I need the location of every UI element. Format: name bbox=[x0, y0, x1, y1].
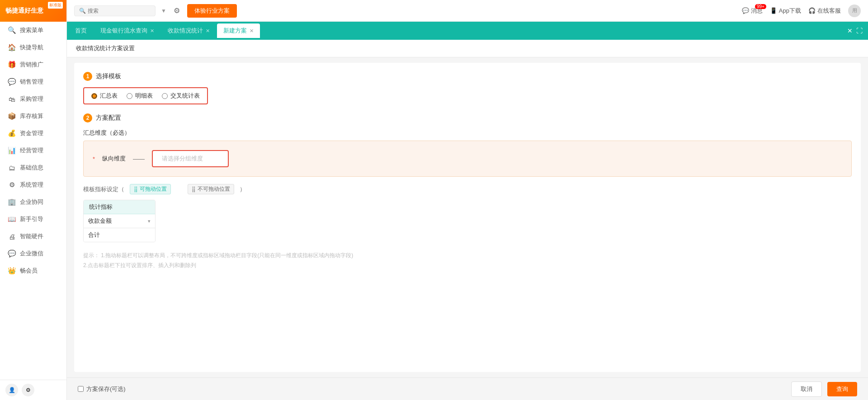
section2-title: 方案配置 bbox=[96, 114, 121, 122]
sidebar-item-vip[interactable]: 👑 畅会员 bbox=[0, 262, 66, 279]
user-avatar[interactable]: 用 bbox=[848, 5, 861, 17]
radio-summary-input[interactable] bbox=[91, 93, 97, 99]
search-input[interactable] bbox=[88, 8, 151, 14]
radio-detail-input[interactable] bbox=[127, 93, 132, 99]
section1-header: 1 选择模板 bbox=[83, 72, 852, 81]
printer-icon: 🖨 bbox=[7, 233, 16, 240]
sidebar-user-avatar[interactable]: 👤 bbox=[5, 384, 18, 396]
main-area: 🔍 ▼ ⚙ 体验行业方案 💬 消息 99+ 📱 App下载 🎧 在线客服 用 bbox=[67, 0, 868, 400]
chevron-down-icon[interactable]: ▾ bbox=[148, 218, 151, 224]
sidebar-item-capital[interactable]: 💰 资金管理 bbox=[0, 125, 66, 142]
section1-title: 选择模板 bbox=[96, 72, 121, 80]
radio-detail[interactable]: 明细表 bbox=[127, 92, 153, 100]
sidebar-item-label: 库存核算 bbox=[20, 112, 43, 120]
message-badge: 99+ bbox=[755, 4, 766, 9]
crown-icon: 👑 bbox=[7, 267, 16, 275]
sidebar-item-sales[interactable]: 💬 销售管理 bbox=[0, 73, 66, 90]
metrics-close: ） bbox=[240, 185, 245, 193]
tab-new-plan-label: 新建方案 bbox=[223, 27, 247, 35]
sidebar-item-label: 采购管理 bbox=[20, 95, 43, 103]
radio-summary-label[interactable]: 汇总表 bbox=[100, 92, 118, 100]
sidebar-item-inventory[interactable]: 📦 库存核算 bbox=[0, 108, 66, 125]
sidebar-item-label: 基础信息 bbox=[20, 164, 43, 172]
logo-badge: 标准版 bbox=[48, 2, 63, 9]
window-close-icon[interactable]: ✕ bbox=[847, 27, 853, 34]
search-box[interactable]: 🔍 bbox=[74, 5, 156, 16]
window-maximize-icon[interactable]: ⛶ bbox=[856, 27, 863, 34]
save-checkbox[interactable] bbox=[78, 386, 84, 392]
sidebar-item-label: 企业微信 bbox=[20, 249, 43, 258]
nodrag-badge: ⣿ 不可拖动位置 bbox=[188, 184, 234, 194]
chart-icon: 📊 bbox=[7, 146, 16, 155]
online-service-btn[interactable]: 🎧 在线客服 bbox=[808, 7, 841, 15]
sidebar-settings-btn[interactable]: ⚙ bbox=[22, 384, 34, 396]
dimension-select[interactable]: 请选择分组维度 bbox=[152, 150, 229, 167]
sidebar-item-smart-hw[interactable]: 🖨 智能硬件 bbox=[0, 228, 66, 245]
headset-icon: 🎧 bbox=[808, 7, 816, 14]
radio-cross-label[interactable]: 交叉统计表 bbox=[170, 92, 200, 100]
sidebar-item-label: 经营管理 bbox=[20, 146, 43, 155]
dimension-group-label: 汇总维度（必选） bbox=[83, 129, 852, 137]
content-area: 收款情况统计方案设置 1 选择模板 汇总表 明细表 bbox=[67, 40, 868, 400]
footer-bar: 方案保存(可选) 取消 查询 bbox=[67, 377, 868, 400]
sidebar-item-purchase[interactable]: 🛍 采购管理 bbox=[0, 90, 66, 108]
radio-detail-label[interactable]: 明细表 bbox=[135, 92, 153, 100]
sidebar-item-corp-wechat[interactable]: 💬 企业微信 bbox=[0, 245, 66, 262]
book-icon: 📖 bbox=[7, 215, 16, 223]
online-service-label: 在线客服 bbox=[817, 7, 841, 15]
radio-summary[interactable]: 汇总表 bbox=[91, 92, 118, 100]
cancel-button[interactable]: 取消 bbox=[791, 381, 822, 397]
sidebar-logo: 畅捷通好生意 标准版 bbox=[0, 0, 66, 22]
topbar: 🔍 ▼ ⚙ 体验行业方案 💬 消息 99+ 📱 App下载 🎧 在线客服 用 bbox=[67, 0, 868, 22]
hint-1: 提示： 1.拖动标题栏可以调整布局，不可跨维度或指标区域拖动栏目字段(只能在同一… bbox=[83, 251, 852, 261]
tab-new-plan[interactable]: 新建方案 ✕ bbox=[217, 24, 260, 38]
stats-table: 统计指标 收款金额 ▾ 合计 bbox=[83, 200, 156, 242]
sidebar-item-quick-nav[interactable]: 🏠 快捷导航 bbox=[0, 39, 66, 56]
app-download-btn[interactable]: 📱 App下载 bbox=[770, 7, 801, 15]
message-btn[interactable]: 💬 消息 99+ bbox=[742, 7, 763, 15]
stats-col-header[interactable]: 收款金额 ▾ bbox=[84, 214, 155, 228]
radio-cross-input[interactable] bbox=[162, 93, 168, 99]
sidebar-item-label: 营销推广 bbox=[20, 61, 43, 69]
hints-area: 提示： 1.拖动标题栏可以调整布局，不可跨维度或指标区域拖动栏目字段(只能在同一… bbox=[83, 251, 852, 270]
trial-btn[interactable]: 体验行业方案 bbox=[187, 4, 237, 18]
tab-home-label: 首页 bbox=[75, 27, 87, 35]
radio-cross[interactable]: 交叉统计表 bbox=[162, 92, 200, 100]
logo-text: 畅捷通好生意 bbox=[5, 7, 43, 15]
sidebar-item-beginner[interactable]: 📖 新手引导 bbox=[0, 211, 66, 228]
topbar-right: 💬 消息 99+ 📱 App下载 🎧 在线客服 用 bbox=[742, 5, 861, 17]
tab-bank-flow[interactable]: 现金银行流水查询 ✕ bbox=[94, 24, 160, 38]
metrics-header-mid bbox=[176, 185, 182, 193]
nodrag-indicator: ⣿ bbox=[192, 186, 196, 193]
sidebar-item-corp-coop[interactable]: 🏢 企业协同 bbox=[0, 193, 66, 211]
dropdown-arrow-icon[interactable]: ▼ bbox=[161, 8, 166, 14]
gift-icon: 🎁 bbox=[7, 61, 16, 69]
vertical-dim-label: 纵向维度 bbox=[102, 155, 126, 163]
save-checkbox-text: 方案保存(可选) bbox=[86, 385, 126, 393]
money-icon: 💰 bbox=[7, 129, 16, 137]
sidebar-item-operation[interactable]: 📊 经营管理 bbox=[0, 142, 66, 159]
sidebar-item-label: 系统管理 bbox=[20, 181, 43, 189]
query-button[interactable]: 查询 bbox=[827, 382, 857, 396]
sidebar-item-sys-mgmt[interactable]: ⚙ 系统管理 bbox=[0, 176, 66, 193]
sidebar-item-basic-info[interactable]: 🗂 基础信息 bbox=[0, 159, 66, 176]
corp-icon: 🏢 bbox=[7, 198, 16, 206]
section1-num: 1 bbox=[83, 72, 92, 81]
sidebar-bottom: 👤 ⚙ bbox=[0, 380, 66, 400]
tab-receipts-stat-close-icon[interactable]: ✕ bbox=[206, 28, 210, 34]
tab-bank-flow-close-icon[interactable]: ✕ bbox=[150, 28, 154, 34]
tab-new-plan-close-icon[interactable]: ✕ bbox=[250, 28, 254, 34]
sidebar-item-marketing[interactable]: 🎁 营销推广 bbox=[0, 56, 66, 73]
tab-home[interactable]: 首页 bbox=[69, 24, 93, 38]
search-icon: 🔍 bbox=[79, 8, 86, 14]
tab-receipts-stat[interactable]: 收款情况统计 ✕ bbox=[161, 24, 216, 38]
template-selector-box: 汇总表 明细表 交叉统计表 bbox=[83, 87, 208, 104]
main-card: 1 选择模板 汇总表 明细表 交叉统计表 bbox=[74, 63, 861, 372]
gear-icon: ⚙ bbox=[7, 181, 16, 189]
settings-icon[interactable]: ⚙ bbox=[174, 6, 180, 15]
stats-col-sub: 合计 bbox=[84, 228, 155, 242]
save-checkbox-label[interactable]: 方案保存(可选) bbox=[78, 385, 126, 393]
sidebar-item-search-menu[interactable]: 🔍 搜索菜单 bbox=[0, 22, 66, 39]
message-icon: 💬 bbox=[742, 7, 749, 14]
folder-icon: 🗂 bbox=[7, 164, 16, 172]
